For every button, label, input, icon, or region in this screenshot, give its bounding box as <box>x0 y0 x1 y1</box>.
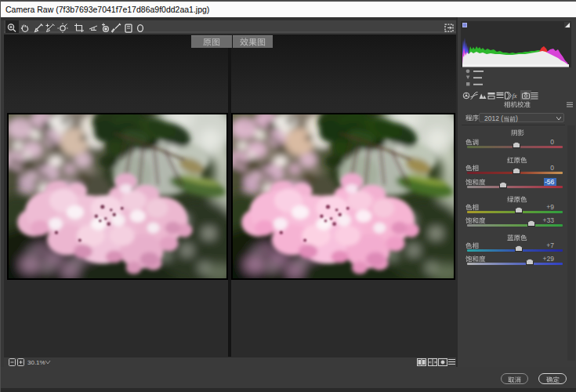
svg-text:fx: fx <box>513 92 517 100</box>
